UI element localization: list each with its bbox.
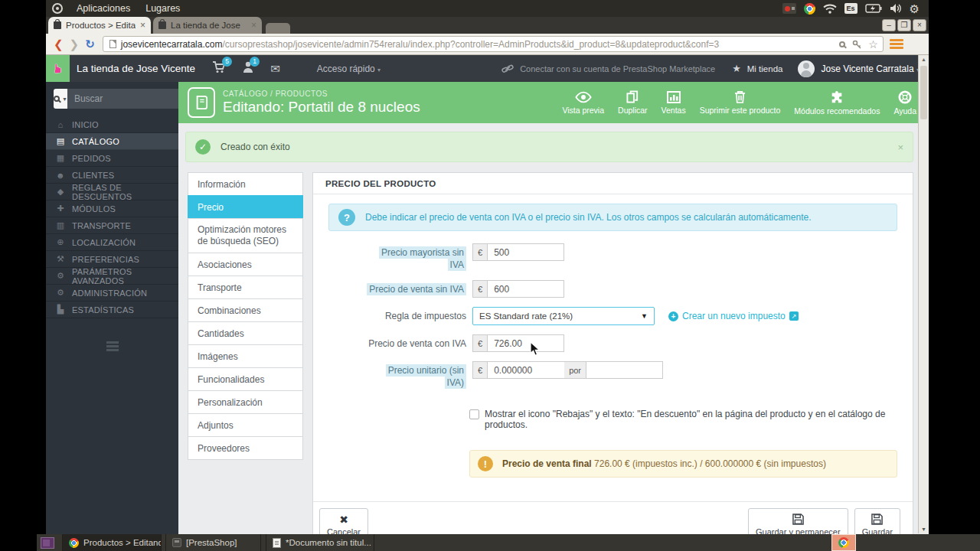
scroll-up-icon[interactable]: ▲: [919, 57, 929, 62]
duplicate-button[interactable]: Duplicar: [618, 90, 648, 115]
menu-lugares[interactable]: Lugares: [138, 3, 188, 14]
globe-icon: ⊕: [55, 237, 66, 247]
floppy-icon: [871, 514, 883, 525]
reload-button[interactable]: ↻: [85, 37, 95, 51]
unit-price-per-input[interactable]: [586, 361, 663, 379]
tab-adjuntos[interactable]: Adjuntos: [188, 413, 303, 437]
volume-icon[interactable]: [890, 3, 902, 14]
distro-menu-icon[interactable]: [52, 3, 63, 14]
breadcrumb: CATÁLOGO / PRODUCTOS: [223, 90, 420, 98]
sidebar-item-pedidos[interactable]: ▦PEDIDOS: [46, 150, 178, 167]
cart-icon[interactable]: 5: [212, 61, 226, 77]
tab-precio[interactable]: Precio: [188, 195, 303, 219]
tab-combinaciones[interactable]: Combinaciones: [188, 298, 303, 322]
new-tab-button[interactable]: [266, 23, 290, 34]
puzzle-icon: [830, 90, 844, 104]
close-button[interactable]: ×: [913, 19, 926, 31]
tab-proveedores[interactable]: Proveedores: [188, 436, 303, 460]
taskbar-window-document[interactable]: *Documento sin titul...: [266, 534, 374, 551]
withtax-price-input[interactable]: [488, 334, 564, 352]
sidebar-item-administracion[interactable]: ⚙ADMINISTRACIÓN: [46, 285, 178, 302]
sidebar-item-reglas-descuentos[interactable]: ◆REGLAS DE DESCUENTOS: [46, 184, 178, 201]
bookmark-star-icon[interactable]: ☆: [868, 39, 878, 50]
taskbar-window-products[interactable]: Productos > Editand...: [62, 534, 162, 551]
tab-asociaciones[interactable]: Asociaciones: [188, 253, 303, 276]
sidebar-item-transporte[interactable]: ▥TRANSPORTE: [46, 217, 178, 234]
back-button[interactable]: ❮: [54, 37, 64, 51]
prestashop-favicon: [54, 21, 61, 29]
prestashop-header: ☛ La tienda de Jose Vicente 5 1 ✉ Acceso…: [46, 55, 929, 82]
wifi-icon[interactable]: [823, 4, 837, 14]
my-shop-link[interactable]: Mi tienda: [747, 64, 783, 73]
sidebar-item-catalogo[interactable]: ▤CATÁLOGO: [46, 133, 178, 150]
customers-icon[interactable]: 1: [243, 61, 253, 77]
minimize-button[interactable]: –: [882, 19, 896, 31]
unit-price-input[interactable]: [488, 361, 564, 379]
sales-button[interactable]: Ventas: [662, 91, 686, 115]
tab-cantidades[interactable]: Cantidades: [188, 321, 303, 345]
delete-product-button[interactable]: Suprimir este producto: [700, 90, 781, 115]
tab-close-icon[interactable]: ×: [251, 20, 256, 31]
wholesale-price-input[interactable]: [488, 243, 564, 261]
scrollbar-thumb[interactable]: [920, 66, 927, 119]
prestashop-logo[interactable]: ☛: [46, 55, 70, 82]
tab-imagenes[interactable]: Imágenes: [188, 344, 303, 368]
tab-informacion[interactable]: Información: [188, 172, 303, 196]
close-icon[interactable]: ×: [897, 142, 903, 153]
workspace-switcher-icon[interactable]: [41, 537, 54, 549]
key-icon[interactable]: [852, 40, 861, 49]
sidebar-item-parametros-avanzados[interactable]: ⚙PARÁMETROS AVANZADOS: [46, 268, 178, 285]
chrome-tray-icon[interactable]: [804, 3, 815, 15]
create-tax-link[interactable]: + Crear un nuevo impuesto ↗: [668, 307, 799, 325]
taskbar-chrome-launcher[interactable]: [831, 534, 856, 551]
taskbar-window-prestashop[interactable]: [PrestaShop]: [165, 534, 261, 551]
battery-icon[interactable]: [865, 4, 882, 13]
help-button[interactable]: Ayuda: [893, 90, 916, 116]
tab-personalizacion[interactable]: Personalización: [188, 390, 303, 414]
browser-tab-shop[interactable]: La tienda de Jose Vi ×: [153, 17, 262, 34]
page-scrollbar[interactable]: ▲ ▼: [918, 55, 929, 533]
tax-rule-select[interactable]: ES Standard rate (21%) ▼: [472, 307, 655, 325]
save-button[interactable]: Guardar: [854, 508, 900, 534]
maximize-button[interactable]: ❐: [897, 19, 911, 31]
on-sale-checkbox[interactable]: [469, 409, 479, 419]
messages-icon[interactable]: ✉: [270, 63, 280, 74]
sidebar-item-localizacion[interactable]: ⊕LOCALIZACIÓN: [46, 234, 178, 251]
address-bar[interactable]: josevicentecarratala.com /cursoprestasho…: [103, 36, 884, 52]
screen-record-icon[interactable]: [782, 3, 796, 14]
sidebar-collapse-icon[interactable]: [106, 341, 119, 351]
sidebar-item-estadisticas[interactable]: ▙ESTADÍSTICAS: [46, 302, 178, 318]
search-type-button[interactable]: ▼: [54, 89, 67, 109]
tab-funcionalidades[interactable]: Funcionalidades: [188, 367, 303, 391]
scroll-down-icon[interactable]: ▼: [919, 527, 929, 532]
pretax-price-input[interactable]: [488, 280, 564, 298]
tab-close-icon[interactable]: ×: [140, 20, 145, 31]
keyboard-layout-indicator[interactable]: Es: [844, 3, 858, 14]
chevron-down-icon: ▼: [62, 96, 67, 102]
sidebar-item-clientes[interactable]: ☻CLIENTES: [46, 167, 178, 184]
forward-button[interactable]: ❯: [70, 37, 80, 51]
search-icon[interactable]: [839, 41, 845, 47]
cancel-button[interactable]: ✖ Cancelar: [319, 508, 368, 534]
shop-name[interactable]: La tienda de Jose Vicente: [77, 63, 195, 74]
chrome-menu-icon[interactable]: [890, 39, 903, 49]
success-message: Creado con éxito: [220, 142, 290, 152]
sidebar-item-modulos[interactable]: ✚MÓDULOS: [46, 201, 178, 217]
tab-transporte[interactable]: Transporte: [188, 276, 303, 299]
avatar[interactable]: [798, 60, 815, 77]
home-icon: ⌂: [55, 120, 66, 129]
preview-button[interactable]: Vista previa: [562, 91, 604, 115]
quick-access-menu[interactable]: Acceso rápido ▾: [317, 64, 381, 74]
recommended-modules-button[interactable]: Módulos recomendados: [794, 90, 880, 116]
marketplace-link[interactable]: Conectar con su cuenta de PrestaShop Mar…: [520, 64, 715, 73]
user-menu[interactable]: Jose Vicente Carratala ▾: [821, 64, 920, 74]
session-gear-icon[interactable]: ⚙: [910, 3, 920, 15]
sidebar-item-inicio[interactable]: ⌂INICIO: [46, 116, 178, 133]
header-actions: Vista previa Duplicar Ventas Suprim: [562, 90, 929, 116]
tab-seo[interactable]: Optimización motores de búsqueda (SEO): [188, 218, 303, 253]
page-titles: CATÁLOGO / PRODUCTOS Editando: Portatil …: [223, 90, 420, 116]
browser-tab-products[interactable]: Productos > Editand ×: [48, 17, 151, 34]
sidebar-item-preferencias[interactable]: ⚒PREFERENCIAS: [46, 251, 178, 268]
menu-aplicaciones[interactable]: Aplicaciones: [69, 3, 138, 14]
save-and-stay-button[interactable]: Guardar y permanecer: [748, 508, 848, 534]
